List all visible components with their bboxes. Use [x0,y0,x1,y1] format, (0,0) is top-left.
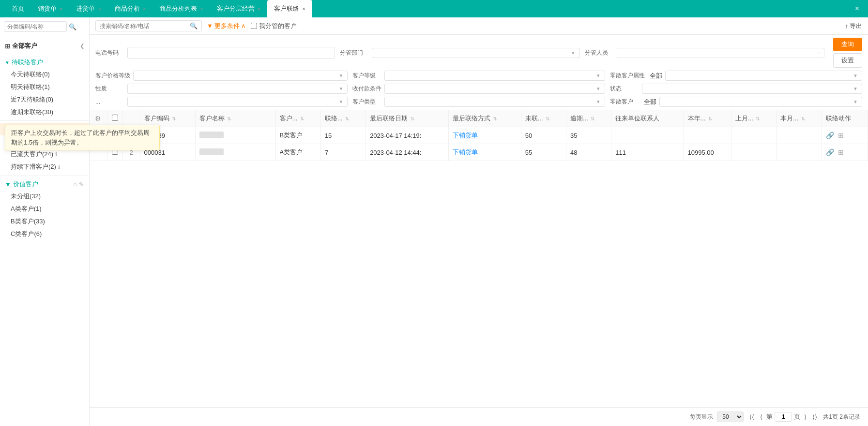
caret-icon: ∧ [241,22,246,29]
sort-year-icon[interactable]: ⇅ [708,116,712,121]
main-search-icon[interactable]: 🔍 [190,22,198,29]
sidebar-declining-customers[interactable]: 持续下滑客户(2) ℹ [0,161,89,173]
main-search-input[interactable] [100,23,190,29]
action-buttons: 查询 设置 [833,38,862,68]
my-customers-checkbox[interactable]: 我分管的客户 [251,22,297,30]
td-category: B类客户 [275,127,320,144]
filter-icon: ▼ [207,22,213,29]
close-purchase-order[interactable]: × [98,6,101,12]
close-customer-segment[interactable]: × [258,6,260,12]
close-all-tabs[interactable]: × [851,4,863,13]
sort-cat-icon[interactable]: ⇅ [300,116,304,121]
per-page-select[interactable]: 50 100 [717,411,744,422]
filter-row-1: 电话号码 分管部门 ▼ 分管人员 ··· 查询 设置 [95,38,862,68]
status-select[interactable]: ▼ [642,84,862,94]
th-last-month: 上月... ⇅ [731,110,777,127]
nav-customer-contact[interactable]: 客户联络 × [267,0,312,17]
th-category: 客户... ⇅ [275,110,320,127]
sidebar-c-class[interactable]: C类客户(6) [0,228,89,240]
retail-customer-select[interactable]: ▼ [659,97,862,107]
td-this-month [777,127,822,144]
tooltip-box: 距客户上次交易时长，超过了此客户的平均交易周期的1.5倍，则视为异常。 [5,125,160,150]
first-page-btn[interactable]: ⟨⟨ [747,413,756,421]
table-wrap: ⚙ 客户编码 ⇅ 客户名称 ⇅ [90,110,868,407]
contact-method-link[interactable]: 下销货单 [453,132,478,139]
sidebar-a-class[interactable]: A类客户(1) [0,203,89,215]
td-last-contact-method[interactable]: 下销货单 [448,144,521,161]
retail-attr-select[interactable]: ▼ [665,71,862,81]
close-sales-order[interactable]: × [60,6,62,12]
prev-page-btn[interactable]: ⟨ [758,413,764,421]
manager-select[interactable]: ··· [617,48,824,58]
sidebar-tomorrow-pending[interactable]: 明天待联络(1) [0,81,89,93]
th-company-contact: 往来单位联系人 [611,110,684,127]
customer-level-select[interactable]: ▼ [384,71,605,81]
pagination-bar: 每页显示 50 100 ⟨⟨ ⟨ 第 页 ⟩ ⟩⟩ 共1页 2条记录 [90,407,868,426]
gear-icon[interactable]: ⚙ [95,115,101,122]
sidebar-search-input[interactable] [4,21,67,32]
customer-type-select[interactable]: ▼ [384,97,605,107]
value-group-edit1[interactable]: ○ [73,181,77,188]
action-link-icon[interactable]: 🔗 [826,148,834,156]
action-link-icon[interactable]: 🔗 [826,132,834,139]
sidebar-today-pending[interactable]: 今天待联络(0) [0,68,89,81]
sort-unread-icon[interactable]: ⇅ [546,116,549,121]
filter-dept: 分管部门 ▼ [340,48,579,58]
filter-customer-type: 客户类型 ▼ [352,97,605,107]
sort-name-icon[interactable]: ⇅ [227,116,231,121]
action-grid-icon[interactable]: ⊞ [838,148,844,156]
action-grid-icon[interactable]: ⊞ [838,132,844,139]
td-contact: 15 [320,127,365,144]
next-page-btn[interactable]: ⟩ [802,413,808,421]
nav-product-analysis-list[interactable]: 商品分析列表 × [152,0,210,17]
export-button[interactable]: ↑ 导出 [845,22,863,30]
sort-method-icon[interactable]: ⇅ [493,116,497,121]
my-customers-check[interactable] [251,23,257,29]
page-number-input[interactable] [775,412,792,422]
sort-contact-icon[interactable]: ⇅ [345,116,349,121]
pending-arrow: ▼ [5,60,10,65]
dots-select[interactable]: ▼ [127,97,348,107]
price-level-select[interactable]: ▼ [133,71,348,81]
sidebar-b-class[interactable]: B类客户(33) [0,215,89,228]
table-header-row: ⚙ 客户编码 ⇅ 客户名称 ⇅ [90,110,868,127]
td-last-contact-date: 2023-04-17 14:19: [366,127,448,144]
select-all-checkbox[interactable] [112,115,118,121]
td-unread: 50 [521,127,566,144]
td-last-contact-method[interactable]: 下销货单 [448,127,521,144]
sidebar-pending-group[interactable]: ▼ 待联络客户 [0,56,89,68]
sidebar-overdue-pending[interactable]: 逾期未联络(30) [0,106,89,118]
close-product-analysis[interactable]: × [143,6,146,12]
payment-select[interactable]: ▼ [384,84,605,94]
top-nav: 首页 销货单 × 进货单 × 商品分析 × 商品分析列表 × 客户分层经营 × … [0,0,868,17]
sort-lastmonth-icon[interactable]: ⇅ [756,116,760,121]
gender-select[interactable]: ▼ [127,84,348,94]
td-unread: 55 [521,144,566,161]
sidebar-7days-pending[interactable]: 近7天待联络(0) [0,93,89,106]
sidebar-unclassified[interactable]: 未分组(32) [0,190,89,203]
filter-customer-level: 客户等级 ▼ [352,71,605,81]
nav-product-analysis[interactable]: 商品分析 × [108,0,152,17]
sort-date-icon[interactable]: ⇅ [411,116,414,121]
contact-method-link[interactable]: 下销货单 [453,148,478,156]
nav-customer-segment[interactable]: 客户分层经营 × [210,0,267,17]
sidebar-all-customers-header[interactable]: ⊞ 全部客户 ❮ [0,39,89,53]
value-group-edit2[interactable]: ✎ [79,181,84,188]
sort-code-icon[interactable]: ⇅ [172,116,176,121]
close-customer-contact[interactable]: × [302,6,305,12]
dept-select[interactable]: ▼ [372,48,579,58]
sort-thismonth-icon[interactable]: ⇅ [801,116,805,121]
query-button[interactable]: 查询 [833,38,862,51]
more-conditions-btn[interactable]: ▼ 更多条件 ∧ [207,22,246,30]
nav-sales-order[interactable]: 销货单 × [31,0,69,17]
sidebar-search-icon[interactable]: 🔍 [69,23,76,30]
lost-info: ℹ [55,151,57,158]
phone-input[interactable] [127,47,335,59]
settings-button[interactable]: 设置 [833,53,862,68]
sidebar-value-group[interactable]: ▼ 价值客户 ○ ✎ [0,177,89,190]
last-page-btn[interactable]: ⟩⟩ [810,413,819,421]
sort-overdue-icon[interactable]: ⇅ [591,116,594,121]
nav-home[interactable]: 首页 [5,0,31,17]
nav-purchase-order[interactable]: 进货单 × [69,0,107,17]
close-product-analysis-list[interactable]: × [200,6,203,12]
